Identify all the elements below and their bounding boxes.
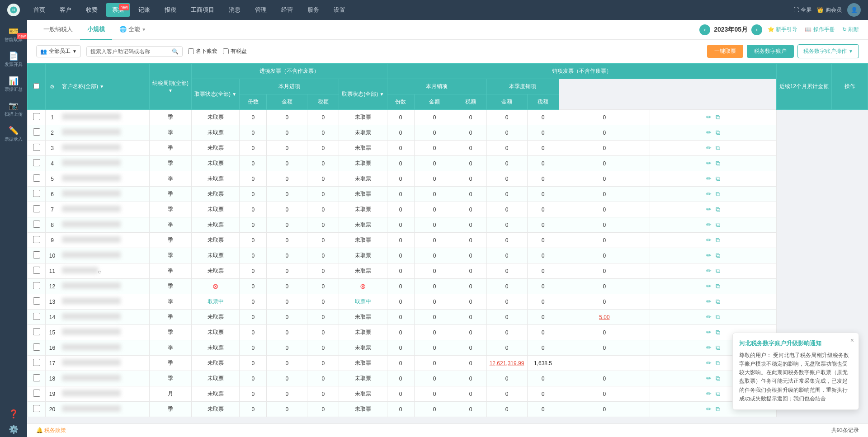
edit-icon[interactable]: ✏ bbox=[706, 329, 712, 336]
tax-account-ops-btn[interactable]: 税务数字账户操作 ▼ bbox=[797, 44, 859, 58]
row-checkbox[interactable] bbox=[33, 359, 40, 366]
nav-tax[interactable]: 报税 bbox=[158, 3, 183, 17]
row-checkbox[interactable] bbox=[33, 221, 40, 228]
sidebar-item-invoice-summary[interactable]: 📊 票据汇总 bbox=[1, 73, 26, 96]
nav-settings[interactable]: 设置 bbox=[327, 3, 352, 17]
copy-icon[interactable]: ⧉ bbox=[716, 129, 720, 136]
sidebar-item-smart-fetch[interactable]: 🎫 智能取票 new bbox=[1, 23, 26, 47]
edit-icon[interactable]: ✏ bbox=[706, 252, 712, 259]
edit-icon[interactable]: ✏ bbox=[706, 298, 712, 305]
row-checkbox[interactable] bbox=[33, 236, 40, 243]
copy-icon[interactable]: ⧉ bbox=[716, 329, 720, 336]
row-checkbox[interactable] bbox=[33, 282, 40, 289]
edit-icon[interactable]: ✏ bbox=[706, 375, 712, 382]
tab-general-taxpayer[interactable]: 一般纳税人 bbox=[36, 20, 80, 40]
new-guide-link[interactable]: ⭐ 新手引导 bbox=[768, 26, 797, 33]
sidebar-item-invoice-open[interactable]: 📄 发票开具 bbox=[1, 48, 26, 71]
edit-icon[interactable]: ✏ bbox=[706, 236, 712, 244]
next-month-btn[interactable]: › bbox=[751, 24, 762, 35]
edit-icon[interactable]: ✏ bbox=[706, 190, 712, 197]
sidebar-item-help[interactable]: ❓ bbox=[1, 406, 26, 422]
row-checkbox[interactable] bbox=[33, 297, 40, 305]
row-checkbox[interactable] bbox=[33, 205, 40, 212]
copy-icon[interactable]: ⧉ bbox=[716, 144, 720, 151]
ledger-filter-checkbox[interactable] bbox=[188, 48, 194, 54]
copy-icon[interactable]: ⧉ bbox=[716, 206, 720, 213]
copy-icon[interactable]: ⧉ bbox=[716, 298, 720, 305]
select-all-checkbox[interactable] bbox=[33, 83, 39, 89]
copy-icon[interactable]: ⧉ bbox=[716, 221, 720, 228]
edit-icon[interactable]: ✏ bbox=[706, 359, 712, 367]
sidebar-item-invoice-entry[interactable]: ✏️ 票据录入 bbox=[1, 123, 26, 146]
nav-invoice[interactable]: 票据 new bbox=[106, 3, 130, 17]
th-client-name[interactable]: 客户名称(全部) ▼ bbox=[59, 64, 150, 110]
row-checkbox[interactable] bbox=[33, 405, 40, 412]
notice-close-btn[interactable]: × bbox=[850, 337, 854, 344]
row-checkbox[interactable] bbox=[33, 343, 40, 351]
copy-icon[interactable]: ⧉ bbox=[716, 190, 720, 197]
tab-all[interactable]: 🌐 全能 ▼ bbox=[112, 20, 153, 40]
copy-icon[interactable]: ⧉ bbox=[716, 267, 720, 274]
edit-icon[interactable]: ✏ bbox=[706, 390, 712, 397]
row-checkbox[interactable] bbox=[33, 374, 40, 381]
nav-home[interactable]: 首页 bbox=[27, 3, 52, 17]
copy-icon[interactable]: ⧉ bbox=[716, 175, 720, 182]
edit-icon[interactable]: ✏ bbox=[706, 129, 712, 136]
prev-month-btn[interactable]: ‹ bbox=[699, 24, 710, 35]
row-checkbox[interactable] bbox=[33, 144, 40, 151]
copy-icon[interactable]: ⧉ bbox=[716, 344, 720, 351]
edit-icon[interactable]: ✏ bbox=[706, 206, 712, 213]
row-checkbox[interactable] bbox=[33, 328, 40, 335]
member-btn[interactable]: 👑 购会员 bbox=[817, 6, 842, 14]
nav-message[interactable]: 消息 bbox=[222, 3, 247, 17]
user-avatar[interactable]: 👤 bbox=[847, 3, 861, 17]
copy-icon[interactable]: ⧉ bbox=[716, 252, 720, 259]
row-checkbox[interactable] bbox=[33, 251, 40, 258]
row-checkbox[interactable] bbox=[33, 159, 40, 166]
copy-icon[interactable]: ⧉ bbox=[716, 236, 720, 244]
tax-disk-filter-checkbox[interactable] bbox=[223, 48, 229, 54]
edit-icon[interactable]: ✏ bbox=[706, 267, 712, 274]
edit-icon[interactable]: ✏ bbox=[706, 313, 712, 320]
edit-icon[interactable]: ✏ bbox=[706, 160, 712, 167]
nav-service[interactable]: 服务 bbox=[301, 3, 326, 17]
tax-account-btn[interactable]: 税务数字账户 bbox=[747, 45, 794, 58]
edit-icon[interactable]: ✏ bbox=[706, 113, 712, 121]
copy-icon[interactable]: ⧉ bbox=[716, 113, 720, 121]
nav-manage[interactable]: 管理 bbox=[249, 3, 273, 17]
th-tax-period[interactable]: 纳税周期(全部)▼ bbox=[150, 64, 192, 110]
sidebar-item-scan-upload[interactable]: 📷 扫描上传 bbox=[1, 98, 26, 121]
nav-accounting[interactable]: 记账 bbox=[132, 3, 156, 17]
fullscreen-btn[interactable]: ⛶ 全屏 bbox=[793, 6, 811, 14]
refresh-link[interactable]: ↻ 刷新 bbox=[842, 26, 859, 33]
edit-icon[interactable]: ✏ bbox=[706, 175, 712, 182]
edit-icon[interactable]: ✏ bbox=[706, 282, 712, 290]
copy-icon[interactable]: ⧉ bbox=[716, 390, 720, 397]
row-checkbox[interactable] bbox=[33, 128, 40, 136]
edit-icon[interactable]: ✏ bbox=[706, 344, 712, 351]
copy-icon[interactable]: ⧉ bbox=[716, 313, 720, 320]
tax-policy-link[interactable]: 🔔 税务政策 bbox=[36, 427, 66, 434]
row-checkbox[interactable] bbox=[33, 174, 40, 182]
nav-operation[interactable]: 经营 bbox=[275, 3, 299, 17]
copy-icon[interactable]: ⧉ bbox=[716, 375, 720, 382]
row-checkbox[interactable] bbox=[33, 267, 40, 274]
edit-icon[interactable]: ✏ bbox=[706, 405, 712, 413]
employee-filter[interactable]: 👥 全部员工 ▼ bbox=[36, 45, 81, 57]
nav-business[interactable]: 工商项目 bbox=[184, 3, 221, 17]
row-checkbox[interactable] bbox=[33, 113, 40, 120]
copy-icon[interactable]: ⧉ bbox=[716, 405, 720, 413]
row-checkbox[interactable] bbox=[33, 190, 40, 197]
sidebar-item-settings[interactable]: ⚙️ bbox=[1, 422, 26, 437]
search-icon[interactable]: 🔍 bbox=[168, 48, 182, 55]
th-p-fetch-status[interactable]: 取票状态(全部) ▼ bbox=[192, 79, 240, 110]
copy-icon[interactable]: ⧉ bbox=[716, 282, 720, 290]
tab-small-scale[interactable]: 小规模 bbox=[80, 20, 112, 40]
one-click-fetch-btn[interactable]: 一键取票 bbox=[707, 45, 743, 58]
search-input[interactable] bbox=[87, 47, 168, 56]
copy-icon[interactable]: ⧉ bbox=[716, 160, 720, 167]
manual-link[interactable]: 📖 操作手册 bbox=[805, 26, 835, 33]
row-checkbox[interactable] bbox=[33, 390, 40, 397]
nav-charge[interactable]: 收费 bbox=[80, 3, 104, 17]
th-s-fetch-status[interactable]: 取票状态(全部) ▼ bbox=[339, 79, 387, 110]
